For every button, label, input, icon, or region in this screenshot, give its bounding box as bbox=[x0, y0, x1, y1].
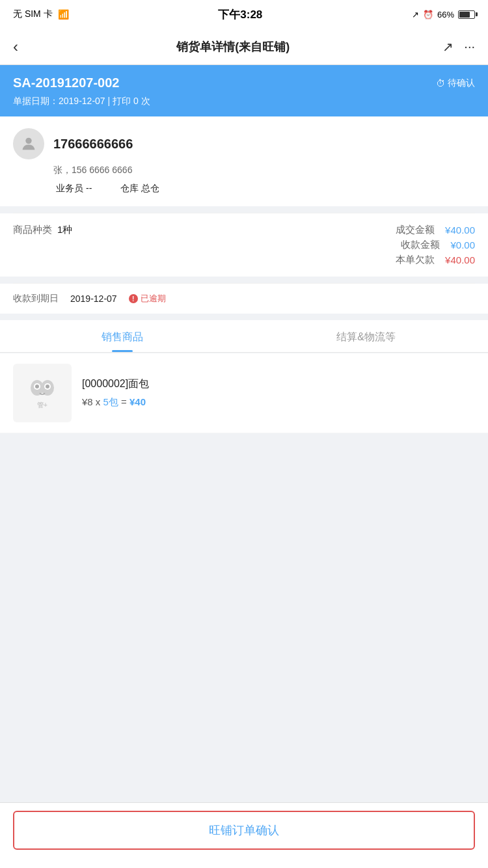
page-title: 销货单详情(来自旺铺) bbox=[23, 39, 442, 55]
warehouse-field: 仓库总仓 bbox=[118, 183, 159, 195]
owed-label: 本单欠款 bbox=[396, 254, 435, 266]
order-id: SA-20191207-002 bbox=[13, 75, 119, 90]
nav-actions: ↗ ··· bbox=[442, 39, 475, 55]
customer-meta: 业务员-- 仓库总仓 bbox=[13, 183, 475, 195]
more-icon[interactable]: ··· bbox=[464, 39, 475, 54]
empty-area bbox=[0, 433, 488, 576]
customer-card: 17666666666 张，156 6666 6666 业务员-- 仓库总仓 bbox=[0, 116, 488, 206]
order-status: ⏱ 待确认 bbox=[436, 77, 475, 89]
avatar bbox=[13, 128, 44, 159]
overdue-text: 已逾期 bbox=[141, 293, 166, 305]
order-date: 单据日期：2019-12-07 | 打印 0 次 bbox=[13, 96, 475, 107]
product-total: ¥40 bbox=[129, 396, 146, 407]
product-qty: 5包 bbox=[103, 396, 118, 407]
location-icon: ↗ bbox=[412, 10, 419, 20]
confirm-order-button[interactable]: 旺铺订单确认 bbox=[13, 811, 475, 850]
carrier-text: 无 SIM 卡 bbox=[13, 8, 53, 20]
svg-point-6 bbox=[46, 385, 49, 388]
alarm-icon: ⏰ bbox=[423, 10, 433, 20]
product-thumbnail: 管+ bbox=[13, 364, 72, 422]
bottom-bar: 旺铺订单确认 bbox=[0, 802, 488, 868]
product-logo-text: 管+ bbox=[37, 401, 47, 410]
status-clock-icon: ⏱ bbox=[436, 78, 445, 88]
product-price-row: ¥8 x 5包 = ¥40 bbox=[82, 396, 475, 409]
customer-name: 张，156 6666 6666 bbox=[13, 165, 475, 176]
due-date-value: 2019-12-07 bbox=[70, 293, 117, 304]
svg-point-5 bbox=[35, 385, 39, 388]
battery-text: 66% bbox=[437, 10, 454, 20]
product-name: [0000002]面包 bbox=[82, 377, 475, 391]
financial-summary: 成交金额 ¥40.00 收款金额 ¥0.00 本单欠款 ¥40.00 bbox=[396, 224, 475, 266]
back-button[interactable]: ‹ bbox=[8, 33, 23, 61]
owed-value: ¥40.00 bbox=[445, 254, 475, 265]
tab-settlement-logistics[interactable]: 结算&物流等 bbox=[244, 320, 488, 352]
status-text: 待确认 bbox=[448, 77, 475, 89]
customer-phone: 17666666666 bbox=[53, 137, 133, 152]
product-category: 商品种类 1种 bbox=[13, 224, 72, 236]
share-icon[interactable]: ↗ bbox=[442, 39, 454, 55]
status-time: 下午3:28 bbox=[218, 7, 262, 22]
overdue-badge: ! 已逾期 bbox=[129, 293, 166, 305]
salesman-field: 业务员-- bbox=[53, 183, 92, 195]
amount-label: 成交金额 bbox=[396, 224, 435, 236]
nav-bar: ‹ 销货单详情(来自旺铺) ↗ ··· bbox=[0, 29, 488, 65]
due-date-label: 收款到期日 bbox=[13, 293, 59, 305]
product-list: 管+ [0000002]面包 ¥8 x 5包 = ¥40 bbox=[0, 353, 488, 433]
status-bar: 无 SIM 卡 📶 下午3:28 ↗ ⏰ 66% bbox=[0, 0, 488, 29]
amount-value: ¥40.00 bbox=[445, 224, 475, 236]
battery-icon bbox=[458, 10, 475, 19]
status-right: ↗ ⏰ 66% bbox=[412, 10, 475, 20]
tab-sales-products[interactable]: 销售商品 bbox=[0, 320, 244, 352]
received-label: 收款金额 bbox=[401, 239, 440, 251]
summary-card: 商品种类 1种 成交金额 ¥40.00 收款金额 ¥0.00 本单欠款 ¥40.… bbox=[0, 213, 488, 277]
wifi-icon: 📶 bbox=[58, 9, 69, 20]
received-value: ¥0.00 bbox=[450, 239, 475, 251]
order-header: SA-20191207-002 ⏱ 待确认 单据日期：2019-12-07 | … bbox=[0, 65, 488, 116]
status-left: 无 SIM 卡 📶 bbox=[13, 8, 69, 20]
product-item: 管+ [0000002]面包 ¥8 x 5包 = ¥40 bbox=[0, 353, 488, 433]
tabs-bar: 销售商品 结算&物流等 bbox=[0, 320, 488, 353]
svg-point-0 bbox=[25, 138, 31, 144]
product-price: ¥8 bbox=[82, 396, 93, 407]
overdue-dot-icon: ! bbox=[129, 294, 138, 303]
due-date-row: 收款到期日 2019-12-07 ! 已逾期 bbox=[0, 284, 488, 314]
product-info: [0000002]面包 ¥8 x 5包 = ¥40 bbox=[82, 377, 475, 409]
